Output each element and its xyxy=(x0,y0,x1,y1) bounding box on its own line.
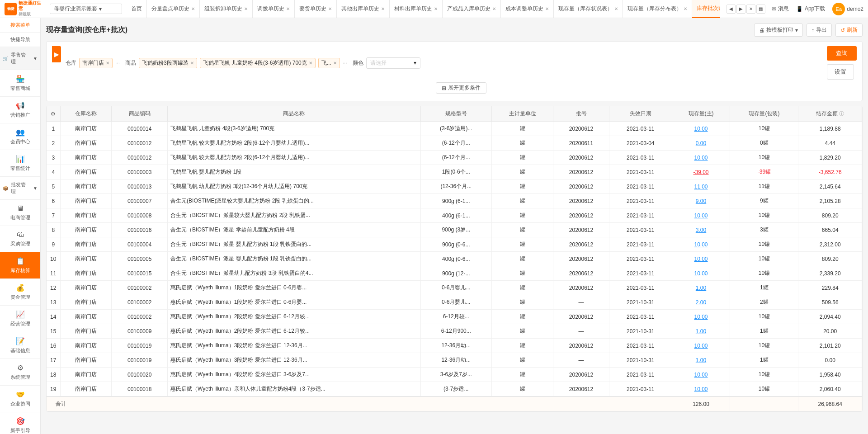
sidebar-item-retail-shop[interactable]: 🏪 零售商城 xyxy=(0,70,40,97)
tab-yao-huo[interactable]: 要货单历史 ✕ xyxy=(295,0,337,18)
row-no: 10 xyxy=(47,252,60,266)
table-row: 1 南岸门店 00100014 飞鹤星飞帆 儿童奶粉 4段(3-6岁适用) 70… xyxy=(47,122,862,136)
row-spec: (3-7步适... xyxy=(420,382,491,397)
row-qty-main[interactable]: 10.00 xyxy=(672,382,730,397)
row-qty-main[interactable]: 10.00 xyxy=(672,339,730,353)
row-qty-main[interactable]: 9.00 xyxy=(672,194,730,208)
row-qty-main[interactable]: 3.00 xyxy=(672,223,730,237)
close-icon[interactable]: ✕ xyxy=(434,6,438,11)
sidebar-item-retail[interactable]: 🛒 零售管理 ▼ xyxy=(0,47,40,70)
row-qty-main[interactable]: 10.00 xyxy=(672,237,730,252)
sidebar-item-retail-stats[interactable]: 📊 零售统计 xyxy=(0,150,40,177)
row-qty-main[interactable]: 1.00 xyxy=(672,281,730,295)
row-batch: — xyxy=(553,324,609,339)
sidebar-item-system[interactable]: ⚙ 系统管理 xyxy=(0,359,40,386)
remove-product-2-icon[interactable]: ✕ xyxy=(309,61,312,66)
close-icon[interactable]: ✕ xyxy=(286,6,290,11)
org-selector[interactable]: 母婴行业演示账套 ▾ xyxy=(50,4,122,14)
remove-warehouse-icon[interactable]: ✕ xyxy=(106,61,109,66)
amount-info-icon[interactable]: ⓘ xyxy=(839,111,844,116)
close-icon[interactable]: ✕ xyxy=(381,6,385,11)
row-qty-main[interactable]: 0.00 xyxy=(672,136,730,151)
product-tag-1[interactable]: 飞鹤奶粉3段两罐装 ✕ xyxy=(139,58,197,68)
sidebar-item-purchase[interactable]: 🛍 采购管理 xyxy=(0,226,40,252)
tab-cost-adj[interactable]: 成本调整单历史 ✕ xyxy=(501,0,554,18)
row-qty-main[interactable]: 10.00 xyxy=(672,122,730,136)
sidebar-item-member[interactable]: 👥 会员中心 xyxy=(0,123,40,150)
more-products[interactable]: ··· xyxy=(343,60,347,66)
tab-stock-batch[interactable]: 库存批次账 ✕ xyxy=(692,0,720,18)
sidebar-item-ecommerce[interactable]: 🖥 电商管理 xyxy=(0,200,40,226)
refresh-button[interactable]: ↺ 刷新 xyxy=(835,24,863,37)
export-button[interactable]: ↑ 导出 xyxy=(807,24,832,37)
sidebar-item-ops[interactable]: 📈 经营管理 xyxy=(0,306,40,332)
close-icon[interactable]: ✕ xyxy=(244,6,248,11)
sidebar-item-label: 资金管理 xyxy=(10,294,30,301)
sidebar-quick-nav[interactable]: 快捷导航 xyxy=(0,33,40,47)
remove-product-3-icon[interactable]: ✕ xyxy=(333,61,337,66)
sidebar-item-enterprise[interactable]: 🤝 企业协同 xyxy=(0,386,40,412)
row-qty-main[interactable]: 10.00 xyxy=(672,310,730,324)
row-warehouse: 南岸门店 xyxy=(60,165,112,179)
row-qty-main[interactable]: 10.00 xyxy=(672,151,730,165)
tab-zu-zhuang[interactable]: 组装拆卸单历史 ✕ xyxy=(200,0,253,18)
row-qty-main[interactable]: 10.00 xyxy=(672,208,730,223)
row-qty-main[interactable]: 10.00 xyxy=(672,266,730,281)
remove-product-1-icon[interactable]: ✕ xyxy=(190,61,194,66)
query-button[interactable]: 查询 xyxy=(827,46,857,61)
row-qty-main[interactable]: 1.00 xyxy=(672,353,730,368)
row-code: 00100002 xyxy=(112,281,168,295)
setting-button[interactable]: 设置 xyxy=(827,64,854,80)
table-row: 10 南岸门店 00100005 合生元（BIOSTIME）派星 婴儿配方奶粉 … xyxy=(47,252,862,266)
settings-icon[interactable]: ⚙ xyxy=(51,111,56,117)
tab-scroll-right[interactable]: ▶ xyxy=(736,5,745,14)
sidebar-item-basic[interactable]: 📝 基础信息 xyxy=(0,332,40,359)
sidebar-item-guide[interactable]: 🎯 新手引导 xyxy=(0,412,40,434)
close-icon[interactable]: ✕ xyxy=(614,6,618,11)
color-select[interactable]: 请选择 ▾ xyxy=(366,57,420,69)
tab-fen-pan[interactable]: 分量盘点单历史 ✕ xyxy=(147,0,200,18)
row-qty-main[interactable]: 10.00 xyxy=(672,252,730,266)
row-warehouse: 南岸门店 xyxy=(60,353,112,368)
row-qty-main[interactable]: 11.00 xyxy=(672,179,730,194)
refresh-label: 刷新 xyxy=(847,26,858,34)
col-batch: 批号 xyxy=(553,106,609,122)
tab-other-out[interactable]: 其他出库单历史 ✕ xyxy=(337,0,390,18)
tab-home[interactable]: 首页 xyxy=(127,0,147,18)
tab-menu-btn[interactable]: ▦ xyxy=(756,5,765,14)
warehouse-tag[interactable]: 南岸门店 ✕ xyxy=(79,58,113,68)
row-spec: 12-36月幼... xyxy=(420,339,491,353)
tab-product-in[interactable]: 产成品入库单历史 ✕ xyxy=(443,0,501,18)
row-qty-main[interactable]: 1.00 xyxy=(672,324,730,339)
sidebar-search[interactable]: 搜索菜单 xyxy=(0,18,40,33)
sidebar-item-wholesale[interactable]: 📦 批发管理 ▼ xyxy=(0,177,40,200)
tab-stock-dist[interactable]: 现存量（库存分布表） ✕ xyxy=(623,0,692,18)
row-qty-main[interactable]: 2.00 xyxy=(672,295,730,310)
close-icon[interactable]: ✕ xyxy=(684,6,687,11)
user-area[interactable]: Ea demo2 xyxy=(832,3,863,15)
tab-diao-bo[interactable]: 调拨单历史 ✕ xyxy=(253,0,295,18)
warehouse-value: 南岸门店 xyxy=(82,59,104,67)
tab-close-btn[interactable]: ✕ xyxy=(746,5,755,14)
sidebar-item-finance[interactable]: 💰 资金管理 xyxy=(0,279,40,306)
tab-stock-status[interactable]: 现存量（库存状况表） ✕ xyxy=(554,0,623,18)
sidebar-item-inventory[interactable]: 📋 库存核算 xyxy=(0,252,40,279)
expand-conditions-btn[interactable]: ⊞ 展开更多条件 xyxy=(436,82,486,94)
app-download-btn[interactable]: 📱 App下载 xyxy=(796,5,825,13)
message-btn[interactable]: ✉ 消息 xyxy=(772,5,789,13)
row-qty-main[interactable]: 10.00 xyxy=(672,368,730,382)
sidebar-item-marketing[interactable]: 📢 营销推广 xyxy=(0,97,40,123)
sidebar-item-label: 采购管理 xyxy=(10,241,30,247)
close-icon[interactable]: ✕ xyxy=(328,6,332,11)
tab-material-out[interactable]: 材料出库单历史 ✕ xyxy=(390,0,443,18)
close-icon[interactable]: ✕ xyxy=(492,6,496,11)
product-tag-3[interactable]: 飞... ✕ xyxy=(318,58,340,68)
product-tag-2[interactable]: 飞鹤星飞帆 儿童奶粉 4段(3-6岁适用) 700克 ✕ xyxy=(200,58,316,68)
print-button[interactable]: 🖨 按模板打印 ▾ xyxy=(754,24,803,37)
row-qty-main[interactable]: -39.00 xyxy=(672,165,730,179)
more-warehouses[interactable]: ··· xyxy=(115,60,120,66)
close-icon[interactable]: ✕ xyxy=(191,6,195,11)
tab-scroll-left[interactable]: ◀ xyxy=(726,5,736,14)
close-icon[interactable]: ✕ xyxy=(545,6,549,11)
filter-expand-arrow[interactable]: ▶ xyxy=(52,46,61,62)
